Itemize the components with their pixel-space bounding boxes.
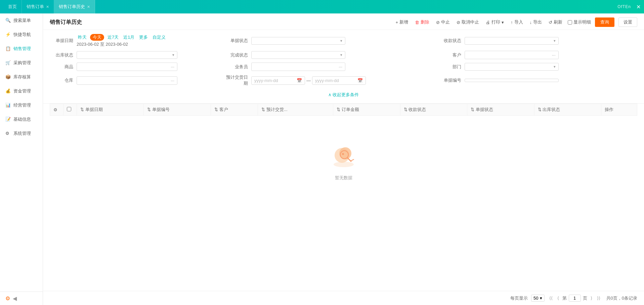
sidebar-item-label: 快捷导航 xyxy=(13,32,31,38)
first-page-btn[interactable]: ⟨⟨ xyxy=(548,295,554,301)
customer-dots-icon[interactable]: ··· xyxy=(552,52,556,58)
today-btn[interactable]: 今天 xyxy=(90,34,104,41)
complete-status-select[interactable]: ▾ xyxy=(251,51,345,59)
sidebar-item-system[interactable]: ⚙ 系统管理 xyxy=(0,126,43,141)
cancel-stop-button[interactable]: ⊘ 取消中止 xyxy=(455,18,480,26)
show-detail-input[interactable] xyxy=(568,20,572,25)
quick-nav-icon: ⚡ xyxy=(5,32,11,37)
sidebar-item-inventory[interactable]: 📦 库存核算 xyxy=(0,70,43,84)
prev-page-btn[interactable]: ⟨ xyxy=(556,295,560,301)
sidebar-item-search-menu[interactable]: 🔍 搜索菜单 xyxy=(0,13,43,28)
filter-row-2: 出库状态 ▾ 完成状态 ▾ 客户 xyxy=(50,51,637,59)
show-detail-checkbox[interactable]: 显示明细 xyxy=(568,19,591,25)
page-suffix-label: 页 xyxy=(583,295,587,301)
ship-status-select[interactable]: ▾ xyxy=(77,51,177,59)
bill-no-group: 单据编号 xyxy=(438,77,638,83)
calendar-from-icon[interactable]: 📅 xyxy=(297,78,302,83)
column-settings-icon[interactable]: ⚙ xyxy=(53,107,57,112)
delivery-date-to-input[interactable]: yyyy-mm-dd 📅 xyxy=(312,76,366,85)
refresh-button[interactable]: ↺ 刷新 xyxy=(547,18,564,26)
warehouse-input[interactable]: ··· xyxy=(77,76,177,85)
sidebar-item-quick-nav[interactable]: ⚡ 快捷导航 xyxy=(0,28,43,42)
page-prefix-label: 第 xyxy=(562,295,567,301)
sidebar-item-sales-mgmt[interactable]: 📋 销售管理 xyxy=(0,42,43,56)
print-button[interactable]: 🖨 打印 ▾ xyxy=(484,18,505,26)
close-sales-order-tab[interactable]: ✕ xyxy=(46,5,49,9)
product-label: 商品 xyxy=(50,64,77,70)
sidebar-item-label: 经营管理 xyxy=(13,102,31,108)
filter-area: 单据日期 昨天 今天 近7天 近1月 更多 自定义 2023-06-02 xyxy=(43,30,644,104)
sidebar-item-label: 库存核算 xyxy=(13,74,31,80)
per-page-value: 50 xyxy=(533,296,538,301)
sidebar-item-operations[interactable]: 📊 经营管理 xyxy=(0,98,43,112)
cancel-stop-icon: ⊘ xyxy=(457,20,460,25)
bill-no-input[interactable] xyxy=(465,79,559,82)
new-button[interactable]: + 新增 xyxy=(394,18,410,26)
tab-area: + 新增 首页 销售订单 ✕ 销售订单历史 ✕ xyxy=(3,0,617,13)
th-settings[interactable]: ⚙ xyxy=(50,104,63,116)
top-bar-right: OfTEn ✕ xyxy=(617,4,641,10)
top-bar-close-icon[interactable]: ✕ xyxy=(636,4,641,10)
delete-button[interactable]: 🗑 删除 xyxy=(414,18,431,26)
date-range-display: 2023-06-02 至 2023-06-02 xyxy=(77,41,167,47)
stop-button[interactable]: ⊘ 中止 xyxy=(435,18,451,26)
last-page-btn[interactable]: ⟩⟩ xyxy=(596,295,602,301)
page-title: 销售订单历史 xyxy=(50,19,82,26)
1month-btn[interactable]: 近1月 xyxy=(122,34,136,41)
tab-home[interactable]: + 新增 首页 xyxy=(3,0,22,13)
bill-status-select[interactable]: ▾ xyxy=(251,37,345,45)
next-page-btn[interactable]: ⟩ xyxy=(589,295,594,301)
query-button[interactable]: 查询 xyxy=(595,17,614,27)
product-group: 商品 ··· xyxy=(50,63,211,71)
tab-sales-order[interactable]: 销售订单 ✕ xyxy=(22,0,54,13)
7days-btn[interactable]: 近7天 xyxy=(106,34,120,41)
import-button[interactable]: ↑ 导入 xyxy=(509,18,524,26)
collapse-sidebar-icon[interactable]: ◀ xyxy=(13,295,17,302)
yesterday-btn[interactable]: 昨天 xyxy=(77,34,88,41)
more-btn[interactable]: 更多 xyxy=(138,34,149,41)
calendar-to-icon[interactable]: 📅 xyxy=(357,78,363,83)
th-checkbox[interactable] xyxy=(63,104,77,116)
current-page-input[interactable] xyxy=(569,295,581,302)
dept-select[interactable]: ▾ xyxy=(465,63,559,71)
filter-row-1: 单据日期 昨天 今天 近7天 近1月 更多 自定义 2023-06-02 xyxy=(50,34,637,47)
delivery-date-from-input[interactable]: yyyy-mm-dd 📅 xyxy=(251,76,305,85)
customer-input[interactable]: ··· xyxy=(465,51,559,59)
tab-sales-order-history[interactable]: 销售订单历史 ✕ xyxy=(54,0,95,13)
warehouse-dots-icon[interactable]: ··· xyxy=(171,78,174,83)
salesperson-input[interactable]: ··· xyxy=(251,63,345,71)
collapse-label: 收起更多条件 xyxy=(333,92,359,97)
svg-line-5 xyxy=(351,159,354,161)
sidebar-item-finance[interactable]: 💰 资金管理 xyxy=(0,84,43,98)
date-quick-buttons: 昨天 今天 近7天 近1月 更多 自定义 xyxy=(77,34,167,41)
settings-bottom-icon[interactable]: ⚙ xyxy=(5,295,10,302)
per-page-select[interactable]: 50 ▾ xyxy=(531,295,544,302)
custom-btn[interactable]: 自定义 xyxy=(151,34,167,41)
setting-button[interactable]: 设置 xyxy=(618,17,637,27)
dept-group: 部门 ▾ xyxy=(438,63,638,71)
collapse-bar[interactable]: ∧ 收起更多条件 xyxy=(50,90,637,99)
print-icon: 🖨 xyxy=(486,20,490,25)
purchase-mgmt-icon: 🛒 xyxy=(5,60,11,66)
salesperson-dots-icon[interactable]: ··· xyxy=(339,64,342,69)
data-table: ⚙ ⇅ 单据日期 ⇅ 单据编号 xyxy=(50,104,637,116)
sidebar-item-basic-info[interactable]: 📝 基础信息 xyxy=(0,112,43,126)
content-area: 销售订单历史 + 新增 🗑 删除 ⊘ 中止 ⊘ 取消中止 xyxy=(43,13,644,305)
th-date: ⇅ 单据日期 xyxy=(77,104,144,116)
product-dots-icon[interactable]: ··· xyxy=(171,64,174,69)
close-sales-order-history-tab[interactable]: ✕ xyxy=(87,5,90,9)
sales-mgmt-icon: 📋 xyxy=(5,46,11,51)
filter-row-4: 仓库 ··· 预计交货日期 yyyy-mm-dd 📅 — yyyy-mm-dd xyxy=(50,74,637,86)
new-icon: + xyxy=(395,20,398,25)
product-input[interactable]: ··· xyxy=(77,63,177,71)
collection-status-select[interactable]: ▾ xyxy=(465,37,559,45)
system-icon: ⚙ xyxy=(5,131,11,136)
svg-point-6 xyxy=(342,153,344,155)
export-button[interactable]: ↓ 导出 xyxy=(528,18,544,26)
select-all-checkbox[interactable] xyxy=(67,107,71,111)
stop-icon: ⊘ xyxy=(436,20,440,25)
sidebar-item-label: 销售管理 xyxy=(13,46,31,52)
delivery-date-group: 预计交货日期 yyyy-mm-dd 📅 — yyyy-mm-dd 📅 xyxy=(224,74,424,86)
sidebar-item-purchase-mgmt[interactable]: 🛒 采购管理 xyxy=(0,56,43,70)
page-header: 销售订单历史 + 新增 🗑 删除 ⊘ 中止 ⊘ 取消中止 xyxy=(43,13,644,30)
